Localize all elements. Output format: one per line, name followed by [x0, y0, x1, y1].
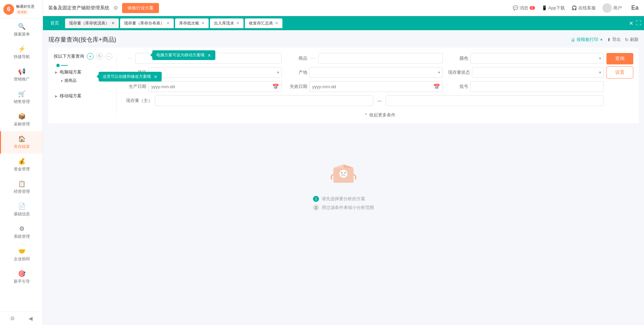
- stock-status-input[interactable]: [472, 67, 604, 78]
- sidebar-item-quick[interactable]: ⚡ 快捷导航: [0, 41, 43, 64]
- sidebar-item-marketing[interactable]: 📢 营销推广: [0, 64, 43, 86]
- message-icon: 💬: [513, 5, 518, 10]
- tab-batch-account[interactable]: 库存批次账 ✕: [175, 18, 209, 28]
- goods-select-wrap: [318, 53, 443, 64]
- industry-plan-button[interactable]: 体验行业方案: [122, 3, 159, 13]
- tab-close-summary[interactable]: ✕: [275, 21, 278, 25]
- sidebar-item-inventory[interactable]: 🏠 库存核算: [0, 131, 43, 154]
- color-select-wrap: ▾: [470, 53, 604, 64]
- marketing-icon: 📢: [18, 68, 25, 75]
- tab-close-inventory-distribution[interactable]: ✕: [166, 21, 170, 25]
- batch-input[interactable]: [470, 81, 604, 92]
- tab-inout-flow[interactable]: 出入库流水 ✕: [210, 18, 244, 28]
- sidebar-item-guide[interactable]: 🎯 新手引导: [0, 266, 43, 288]
- color-input[interactable]: [470, 53, 604, 64]
- back-scheme-button[interactable]: ←: [106, 53, 112, 60]
- scheme-item-mobile[interactable]: ▶ 移动端方案: [54, 92, 112, 100]
- logo-area: 6 畅通好生意 标准版: [0, 0, 43, 19]
- app-download-button[interactable]: 📱 App下载: [542, 5, 565, 11]
- settings-icon[interactable]: ⚙: [113, 5, 118, 11]
- topbar-left: 装备及固定资产辅助管理系统 ⚙ 体验行业方案: [48, 3, 159, 13]
- empty-svg: [327, 154, 360, 188]
- set-button[interactable]: 设置: [606, 66, 633, 78]
- refresh-button[interactable]: ↻ 刷新: [625, 37, 639, 43]
- chevron-down-icon: ▼: [600, 38, 603, 42]
- collab-icon: 🤝: [18, 248, 25, 255]
- tab-inventory-distribution[interactable]: 现存量（库存分布表） ✕: [120, 18, 174, 28]
- tab-close-batch-account[interactable]: ✕: [201, 21, 205, 25]
- tab-close-inventory-status[interactable]: ✕: [111, 21, 115, 25]
- goods-input[interactable]: [318, 53, 443, 64]
- quick-icon: ⚡: [18, 45, 25, 53]
- avatar-icon: [602, 3, 612, 13]
- sidebar-item-search[interactable]: 🔍 搜索菜单: [0, 19, 43, 41]
- size-input[interactable]: [148, 67, 282, 78]
- message-button[interactable]: 💬 消息 6: [513, 5, 535, 11]
- prod-date-calendar-icon[interactable]: 📅: [272, 84, 279, 90]
- export-icon: ⬆: [607, 37, 611, 42]
- sidebar-item-purchase[interactable]: 📦 采购管理: [0, 109, 43, 131]
- sidebar-item-sales[interactable]: 🛒 销售管理: [0, 86, 43, 109]
- stock-main-from-input[interactable]: [155, 95, 373, 106]
- refresh-scheme-button[interactable]: ↻: [96, 53, 103, 60]
- settings-bottom-icon[interactable]: ⚙: [10, 315, 15, 322]
- tooltip-scheme-edit: 这里可以创建和修改方案哦 ✕: [99, 72, 162, 82]
- filter-right: ··· 商品 ···: [121, 53, 633, 118]
- tab-inventory-status[interactable]: 现存量（库存状况表） ✕: [65, 18, 119, 28]
- system-name: 装备及固定资产辅助管理系统: [48, 5, 109, 11]
- tab-fullscreen-icon[interactable]: ⛶: [636, 20, 641, 26]
- search-buttons: 查询 设置: [606, 53, 633, 78]
- page-header: 现存量查询(按仓库+商品) 🖨 按模板打印 ▼ ⬆ 导出 ↻ 刷新: [48, 36, 639, 44]
- empty-tips: 1 请先选择要分析的方案 2 用过滤条件来缩小分析范围: [313, 195, 374, 212]
- main-content: 装备及固定资产辅助管理系统 ⚙ 体验行业方案 💬 消息 6 📱 App下载 🎧 …: [43, 0, 644, 325]
- printer-icon: 🖨: [571, 37, 575, 42]
- chevron-up-icon: ⌃: [364, 113, 368, 118]
- guide-icon: 🎯: [18, 270, 25, 277]
- filter-actions: ⌃ 收起更多条件: [126, 112, 633, 118]
- tabbar-end: ✕ ⛶: [629, 20, 641, 26]
- arrow-icon-mobile: ▶: [55, 94, 58, 98]
- tab-close-inout-flow[interactable]: ✕: [236, 21, 239, 25]
- stock-main-to-input[interactable]: [386, 95, 604, 106]
- sidebar-item-collab[interactable]: 🤝 企业协同: [0, 243, 43, 266]
- refresh-icon: ↻: [625, 37, 629, 42]
- origin-select-wrap: ▾: [309, 67, 443, 78]
- template-print-button[interactable]: 🖨 按模板打印 ▼: [571, 37, 603, 43]
- sidebar-bottom: ⚙ ◀: [0, 312, 43, 325]
- tab-summary[interactable]: 收发存汇总表 ✕: [245, 18, 282, 28]
- tooltip2-close[interactable]: ✕: [154, 74, 158, 79]
- goods-dots[interactable]: ···: [311, 55, 315, 61]
- tabbar: 首页 现存量（库存状况表） ✕ 现存量（库存分布表） ✕ 库存批次账 ✕ 出入库…: [43, 16, 644, 30]
- tab-close-all-icon[interactable]: ✕: [629, 20, 633, 26]
- scheme-section: 按以下方案查询 + ↻ ← ▶: [54, 53, 117, 118]
- tip-num-2: 2: [313, 205, 319, 211]
- add-scheme-button[interactable]: +: [87, 53, 94, 60]
- svg-marker-1: [333, 164, 343, 168]
- search-button[interactable]: 查询: [606, 53, 633, 64]
- export-button[interactable]: ⬆ 导出: [607, 37, 621, 43]
- collapse-button[interactable]: ⌃ 收起更多条件: [364, 112, 395, 118]
- sub-arrow: ▪: [61, 78, 62, 83]
- expire-date-input[interactable]: [309, 81, 443, 92]
- collapse-sidebar-icon[interactable]: ◀: [29, 315, 33, 322]
- expire-date-calendar-icon[interactable]: 📅: [433, 84, 440, 90]
- prod-date-input[interactable]: [148, 81, 282, 92]
- sidebar-item-finance[interactable]: 💰 资金管理: [0, 154, 43, 176]
- prod-date-field: 生产日期 📅: [126, 81, 282, 92]
- warehouse-dots[interactable]: ···: [127, 55, 132, 61]
- user-avatar[interactable]: 用户: [602, 3, 622, 13]
- logo-text: 畅通好生意 标准版: [16, 4, 35, 15]
- tab-home[interactable]: 首页: [46, 18, 64, 28]
- finance-icon: 💰: [18, 158, 25, 165]
- origin-input[interactable]: [309, 67, 443, 78]
- basic-icon: 📄: [18, 203, 25, 210]
- sidebar-item-basic[interactable]: 📄 基础信息: [0, 199, 43, 221]
- tooltip1-close[interactable]: ✕: [207, 53, 211, 58]
- sidebar-item-system[interactable]: ⚙ 系统管理: [0, 221, 43, 243]
- online-service-button[interactable]: 🎧 在线客服: [572, 5, 596, 11]
- headset-icon: 🎧: [572, 5, 577, 10]
- svg-marker-2: [343, 164, 354, 168]
- batch-field: 批号: [448, 81, 604, 92]
- goods-field: 商品 ···: [287, 53, 443, 64]
- sidebar-item-operations[interactable]: 📋 经营管理: [0, 176, 43, 199]
